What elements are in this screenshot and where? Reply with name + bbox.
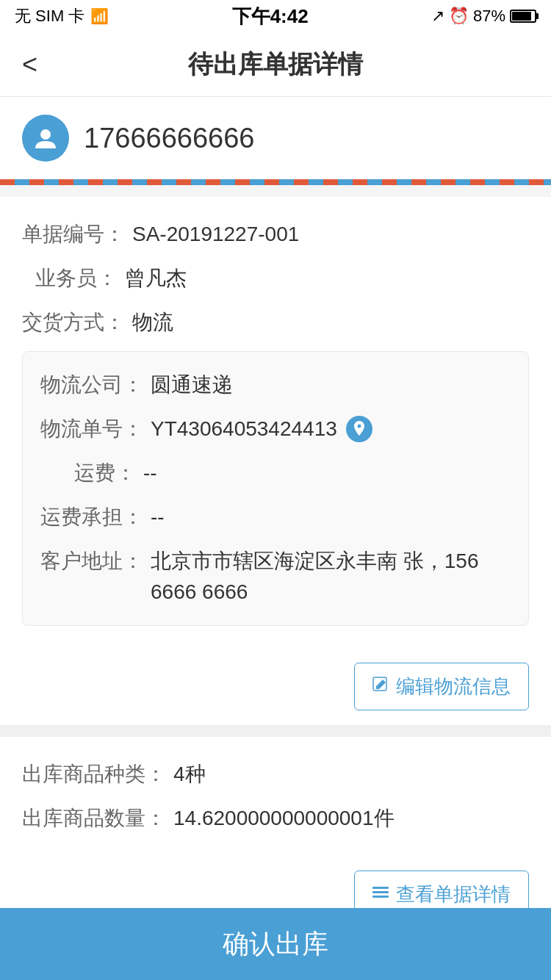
edit-btn-row: 编辑物流信息	[0, 648, 551, 725]
delivery-value: 物流	[132, 307, 529, 338]
document-number-label: 单据编号：	[22, 219, 125, 250]
confirm-button-wrap: 确认出库	[0, 908, 551, 980]
edit-logistics-button[interactable]: 编辑物流信息	[354, 663, 529, 710]
summary-section: 出库商品种类： 4种 出库商品数量： 14.620000000000001件	[0, 737, 551, 856]
goods-quantity-value: 14.620000000000001件	[173, 803, 529, 834]
battery-icon	[510, 10, 536, 23]
battery-text: 87%	[473, 7, 505, 26]
tracking-location-icon[interactable]	[346, 416, 372, 442]
status-left: 无 SIM 卡 📶	[15, 5, 109, 27]
agent-row: 业务员： 曾凡杰	[22, 263, 529, 294]
document-number-row: 单据编号： SA-20191227-001	[22, 219, 529, 250]
details-icon	[372, 883, 389, 906]
freight-bearer-value: --	[151, 502, 511, 533]
main-content: 17666666666 单据编号： SA-20191227-001 业务员： 曾…	[0, 97, 551, 980]
status-right: ↗ ⏰ 87%	[431, 7, 536, 26]
freight-bearer-label: 运费承担：	[40, 502, 143, 533]
status-bar: 无 SIM 卡 📶 下午4:42 ↗ ⏰ 87%	[0, 0, 551, 32]
svg-point-0	[40, 129, 51, 140]
edit-icon	[372, 677, 389, 697]
address-row: 客户地址： 北京市市辖区海淀区永丰南 张，156 6666 6666	[40, 546, 511, 608]
logistics-company-label: 物流公司：	[40, 370, 143, 400]
status-time: 下午4:42	[232, 4, 309, 29]
confirm-button[interactable]: 确认出库	[223, 926, 328, 962]
document-number-value: SA-20191227-001	[132, 219, 529, 250]
view-details-label: 查看单据详情	[396, 882, 511, 907]
user-phone: 17666666666	[84, 123, 254, 154]
carrier-text: 无 SIM 卡	[15, 5, 84, 27]
agent-value: 曾凡杰	[125, 263, 529, 294]
goods-quantity-row: 出库商品数量： 14.620000000000001件	[22, 803, 529, 834]
freight-bearer-row: 运费承担： --	[40, 502, 511, 533]
logistics-tracking-label: 物流单号：	[40, 414, 143, 444]
user-card: 17666666666	[0, 97, 551, 179]
goods-type-value: 4种	[173, 759, 529, 790]
svg-rect-3	[372, 891, 389, 893]
section-divider	[0, 725, 551, 737]
freight-label: 运费：	[40, 458, 136, 489]
location-icon: ↗	[431, 7, 444, 26]
goods-quantity-label: 出库商品数量：	[22, 803, 166, 834]
goods-type-label: 出库商品种类：	[22, 759, 166, 790]
freight-row: 运费： --	[40, 458, 511, 489]
delivery-label: 交货方式：	[22, 307, 125, 338]
address-label: 客户地址：	[40, 546, 143, 577]
page-title: 待出库单据详情	[188, 48, 363, 82]
back-button[interactable]: <	[22, 49, 37, 80]
logistics-company-value: 圆通速递	[151, 370, 511, 400]
logistics-tracking-value: YT43064053424413	[151, 414, 337, 444]
logistics-company-row: 物流公司： 圆通速递	[40, 370, 511, 400]
delivery-row: 交货方式： 物流	[22, 307, 529, 338]
avatar	[22, 115, 69, 162]
wifi-icon: 📶	[90, 7, 109, 25]
agent-label: 业务员：	[22, 263, 118, 294]
logistics-tracking-row: 物流单号： YT43064053424413	[40, 414, 511, 444]
alarm-icon: ⏰	[449, 7, 469, 26]
address-value: 北京市市辖区海淀区永丰南 张，156 6666 6666	[151, 546, 511, 608]
nav-bar: < 待出库单据详情	[0, 32, 551, 97]
goods-type-row: 出库商品种类： 4种	[22, 759, 529, 790]
document-info-section: 单据编号： SA-20191227-001 业务员： 曾凡杰 交货方式： 物流 …	[0, 197, 551, 648]
logistics-tracking-value-wrap: YT43064053424413	[151, 414, 511, 444]
svg-rect-4	[372, 896, 389, 898]
stripe-divider	[0, 179, 551, 185]
edit-logistics-label: 编辑物流信息	[396, 674, 511, 699]
logistics-box: 物流公司： 圆通速递 物流单号： YT43064053424413 运费： --	[22, 351, 529, 626]
freight-value: --	[143, 458, 511, 489]
svg-rect-2	[372, 887, 389, 889]
